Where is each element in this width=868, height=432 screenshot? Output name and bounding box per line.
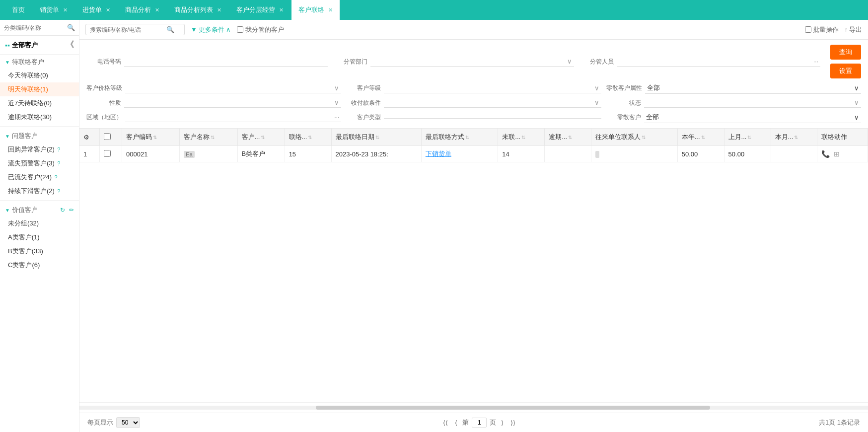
sidebar-search-input[interactable]: [4, 24, 65, 31]
refresh-icon[interactable]: ↻: [60, 207, 65, 214]
sidebar-item-c-class[interactable]: C类客户(6): [0, 258, 79, 272]
filter-phone-input[interactable]: [124, 57, 328, 67]
td-last-contact-date: 2023-05-23 18:25:: [331, 146, 421, 162]
sort-icon-type[interactable]: ⇅: [261, 135, 265, 140]
first-page-btn[interactable]: ⟨⟨: [441, 418, 450, 428]
last-page-btn[interactable]: ⟩⟩: [508, 418, 517, 428]
filter-status-select[interactable]: ∨: [644, 98, 861, 108]
search-bar-right: 批量操作 ↑ 导出: [805, 25, 863, 34]
scroll-thumb[interactable]: [316, 406, 710, 410]
sort-icon-this-month[interactable]: ⇅: [794, 135, 798, 140]
scroll-track[interactable]: [79, 406, 868, 410]
sort-icon-code[interactable]: ⇅: [153, 135, 157, 140]
th-contact-count: 联络... ⇅: [285, 129, 331, 146]
sort-icon-last-contact-date[interactable]: ⇅: [375, 135, 379, 140]
my-customer-checkbox[interactable]: 我分管的客户: [237, 25, 284, 34]
sidebar-value-section: ▼ 价值客户 ↻ ✏: [0, 203, 79, 216]
nav-product-analysis[interactable]: 商品分析 ✕: [118, 0, 166, 20]
search-input[interactable]: [90, 26, 164, 33]
table-row: 1 000021 Ea B类客户 15 2023-05-23 18:25: 下销…: [79, 146, 868, 162]
td-last-contact-method: 下销货单: [421, 146, 498, 162]
nav-customer-segment-close[interactable]: ✕: [279, 7, 284, 13]
td-this-year: 50.00: [677, 146, 724, 162]
sidebar-item-declining[interactable]: 持续下滑客户(2) ?: [0, 184, 79, 198]
name-badge: Ea: [184, 151, 194, 158]
filter-retail-customer-select[interactable]: 全部 ∨: [644, 112, 861, 123]
filter-row-2: 客户价格等级 ∨ 客户等级 ∨ 零散客户属性 全部: [86, 82, 861, 94]
sort-icon-overdue[interactable]: ⇅: [568, 135, 572, 140]
my-customer-check[interactable]: [237, 26, 243, 33]
sidebar-all-customers[interactable]: ▪▪ 全部客户 《: [0, 36, 79, 55]
action-icon-grid[interactable]: ⊞: [834, 150, 840, 158]
sort-icon-this-year[interactable]: ⇅: [701, 135, 705, 140]
sidebar-item-churned[interactable]: 已流失客户(24) ?: [0, 170, 79, 184]
page-number-input[interactable]: [472, 418, 487, 428]
td-contact-person: [591, 146, 678, 162]
reset-button[interactable]: 设置: [830, 64, 861, 78]
sort-icon-name[interactable]: ⇅: [211, 135, 215, 140]
sort-icon-last-month[interactable]: ⇅: [747, 135, 751, 140]
edit-icon[interactable]: ✏: [69, 207, 74, 214]
nav-customer-segment[interactable]: 客户分层经营 ✕: [229, 0, 290, 20]
nav-purchase-close[interactable]: ✕: [106, 7, 110, 13]
nav-customer-contact[interactable]: 客户联络 ✕: [291, 0, 340, 20]
th-last-contact-method: 最后联络方式 ⇅: [421, 129, 498, 146]
filter-gender-select[interactable]: ∨: [124, 98, 341, 108]
sidebar-item-7days-pending[interactable]: 近7天待联络(0): [0, 96, 79, 110]
sort-icon-contact-person[interactable]: ⇅: [642, 135, 646, 140]
filter-customer-level-select[interactable]: ∨: [384, 83, 601, 93]
sidebar-item-tomorrow-pending[interactable]: 明天待联络(1): [0, 82, 79, 96]
sidebar-item-ungroup[interactable]: 未分组(32): [0, 216, 79, 230]
filter-customer-type-select[interactable]: [384, 116, 601, 119]
search-icon[interactable]: 🔍: [166, 26, 174, 33]
td-no: 1: [79, 146, 99, 162]
filter-row-1: 电话号码 分管部门 ∨ 分管人员 ··· 查询: [86, 45, 861, 78]
last-contact-method-link[interactable]: 下销货单: [426, 150, 451, 157]
batch-op-check[interactable]: [805, 26, 811, 33]
prev-page-btn[interactable]: ⟨: [453, 418, 459, 428]
select-all-checkbox[interactable]: [104, 133, 111, 140]
sidebar-collapse-icon[interactable]: 《: [66, 40, 74, 50]
sort-icon-uncontact[interactable]: ⇅: [521, 135, 525, 140]
nav-purchase[interactable]: 进货单 ✕: [75, 0, 117, 20]
nav-product-analysis-close[interactable]: ✕: [155, 7, 159, 13]
sidebar-item-b-class[interactable]: B类客户(33): [0, 244, 79, 258]
filter-status: 状态 ∨: [606, 98, 861, 108]
page-size-select[interactable]: 50: [116, 417, 140, 428]
sidebar-search-icon[interactable]: 🔍: [67, 24, 75, 31]
query-button[interactable]: 查询: [830, 45, 861, 60]
sidebar-item-abnormal[interactable]: 回购异常客户(2) ?: [0, 143, 79, 156]
sidebar-item-overdue-pending[interactable]: 逾期未联络(30): [0, 110, 79, 124]
nav-sales-close[interactable]: ✕: [63, 7, 68, 13]
th-contact-person: 往来单位联系人 ⇅: [591, 129, 678, 146]
filter-payment-select[interactable]: ∨: [384, 98, 601, 108]
action-icon-phone[interactable]: 📞: [821, 150, 830, 158]
export-btn[interactable]: ↑ 导出: [845, 25, 863, 34]
filter-retail-attr-select[interactable]: 全部 ∨: [645, 82, 861, 94]
th-this-year: 本年... ⇅: [677, 129, 724, 146]
row-checkbox[interactable]: [104, 150, 111, 157]
td-checkbox: [99, 146, 122, 162]
sidebar-item-churn-warning[interactable]: 流失预警客户(3) ?: [0, 156, 79, 170]
nav-home[interactable]: 首页: [5, 0, 32, 20]
settings-icon[interactable]: ⚙: [83, 134, 89, 141]
nav-product-analysis-list-close[interactable]: ✕: [217, 7, 221, 13]
filter-price-level-select[interactable]: ∨: [125, 83, 341, 93]
filter-customer-level: 客户等级 ∨: [346, 83, 601, 93]
nav-sales[interactable]: 销货单 ✕: [33, 0, 74, 20]
sort-icon-contact-count[interactable]: ⇅: [308, 135, 312, 140]
sidebar-item-a-class[interactable]: A类客户(1): [0, 230, 79, 244]
filter-manager-dots[interactable]: ···: [813, 58, 818, 65]
nav-customer-contact-close[interactable]: ✕: [328, 7, 333, 13]
scroll-area: [79, 402, 868, 413]
sidebar-item-today-pending[interactable]: 今天待联络(0): [0, 69, 79, 82]
batch-op-btn[interactable]: 批量操作: [805, 25, 839, 34]
filter-manager: 分管人员 ···: [579, 57, 820, 67]
more-filter-btn[interactable]: ▼ 更多条件 ∧: [191, 25, 231, 34]
customer-table: ⚙ 客户编码 ⇅ 客户名称: [79, 129, 868, 162]
filter-region-dots[interactable]: ···: [334, 114, 339, 121]
nav-product-analysis-list[interactable]: 商品分析列表 ✕: [167, 0, 228, 20]
next-page-btn[interactable]: ⟩: [499, 418, 506, 428]
sort-icon-last-contact-method[interactable]: ⇅: [465, 135, 469, 140]
filter-dept-select[interactable]: ∨: [370, 57, 574, 67]
